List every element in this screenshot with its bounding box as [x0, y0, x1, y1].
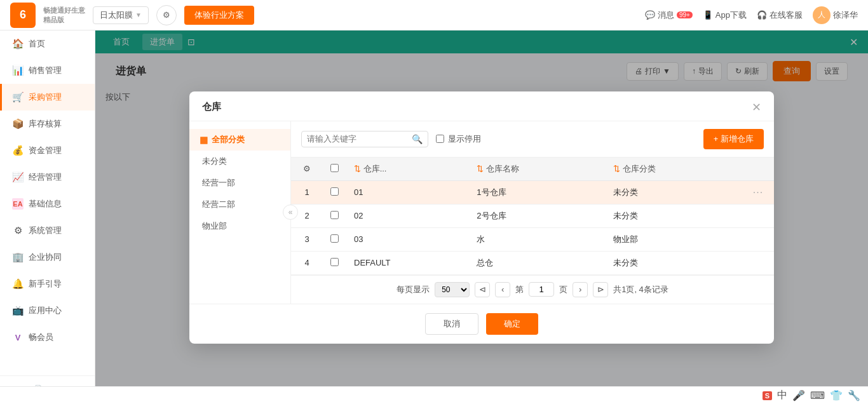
sidebar-item-purchase[interactable]: 🛒 采购管理 — [0, 84, 95, 111]
category-panel: ▦ 全部分类 未分类 经营一部 经营二部 物业部 — [189, 121, 291, 304]
table-head: ⚙ ⇅ 仓库... — [291, 158, 774, 181]
sidebar-item-operation[interactable]: 📈 经营管理 — [0, 164, 95, 191]
store-selector[interactable]: 日太阳膜 ▼ — [93, 6, 149, 24]
grid-icon: ▦ — [200, 135, 208, 145]
row-cat-3: 物业部 — [606, 227, 742, 251]
statusbar-zh[interactable]: 中 — [777, 389, 787, 402]
inventory-icon: 📦 — [12, 118, 24, 130]
table-body: 1 01 1号仓库 未分类 ··· 2 — [291, 180, 774, 274]
messages-button[interactable]: 💬 消息 99+ — [645, 10, 693, 21]
row-check-2 — [323, 204, 346, 227]
table-row[interactable]: 1 01 1号仓库 未分类 ··· — [291, 180, 774, 204]
confirm-button[interactable]: 确定 — [486, 313, 538, 335]
table-row[interactable]: 2 02 2号仓库 未分类 — [291, 204, 774, 227]
row-ops-1: ··· — [742, 180, 774, 204]
enterprise-icon: 🏢 — [12, 252, 24, 263]
purchase-icon: 🛒 — [12, 91, 24, 103]
row-check-4 — [323, 251, 346, 274]
topbar-right: 💬 消息 99+ 📱 App下载 🎧 在线客服 人 徐泽华 — [645, 6, 858, 24]
main-content: 首页 进货单 ⊡ ✕ 进货单 🖨 打印 ▼ ↑ 导出 — [95, 30, 868, 404]
statusbar-keyboard[interactable]: ⌨ — [810, 389, 825, 401]
trial-button[interactable]: 体验行业方案 — [184, 6, 254, 25]
show-disabled-label[interactable]: 显示停用 — [436, 133, 481, 145]
table-row[interactable]: 3 03 水 物业部 — [291, 227, 774, 251]
statusbar-shirt[interactable]: 👕 — [830, 389, 843, 401]
finance-icon: 💰 — [12, 145, 24, 156]
app-download-button[interactable]: 📱 App下载 — [703, 10, 747, 21]
user-profile[interactable]: 人 徐泽华 — [813, 6, 858, 24]
row-no-1: 1 — [291, 180, 323, 204]
row-name-4: 总仓 — [469, 251, 606, 274]
row-no-4: 4 — [291, 251, 323, 274]
message-badge: 99+ — [677, 11, 693, 18]
table-container: ⚙ ⇅ 仓库... — [291, 158, 774, 275]
sidebar-item-system[interactable]: ⚙ 系统管理 — [0, 217, 95, 244]
cancel-button[interactable]: 取消 — [425, 313, 478, 335]
sidebar: 🏠 首页 📊 销售管理 🛒 采购管理 📦 库存核算 💰 资金管理 📈 经营管理 … — [0, 30, 95, 404]
sidebar-item-home[interactable]: 🏠 首页 — [0, 30, 95, 57]
prev-page-button[interactable]: ‹ — [495, 282, 510, 297]
per-page-select[interactable]: 50 100 — [435, 282, 470, 297]
sidebar-item-guide[interactable]: 🔔 新手引导 — [0, 271, 95, 297]
settings-icon[interactable]: ⚙ — [156, 5, 177, 25]
sidebar-item-sales[interactable]: 📊 销售管理 — [0, 57, 95, 84]
search-icon: 🔍 — [412, 134, 423, 144]
per-page-label: 每页显示 — [397, 284, 430, 295]
first-page-button[interactable]: ⊲ — [475, 282, 490, 297]
mobile-icon: 📱 — [703, 10, 713, 20]
col-ops — [742, 158, 774, 181]
row-name-2: 2号仓库 — [469, 204, 606, 227]
pagination: 每页显示 50 100 ⊲ ‹ 第 页 › ⊳ 共 — [291, 275, 774, 304]
home-icon: 🏠 — [12, 38, 24, 50]
topbar: 6 畅捷通好生意 精品版 日太阳膜 ▼ ⚙ 体验行业方案 💬 消息 99+ 📱 … — [0, 0, 868, 30]
sidebar-item-basic[interactable]: EA 基础信息 — [0, 191, 95, 217]
row-code-3: 03 — [346, 227, 469, 251]
headset-icon: 🎧 — [757, 10, 767, 20]
modal-overlay: 仓库 ✕ ▦ 全部分类 未分类 经营 — [95, 30, 868, 404]
row-cat-4: 未分类 — [606, 251, 742, 274]
row-cat-1: 未分类 — [606, 180, 742, 204]
avatar: 人 — [813, 6, 831, 24]
search-input[interactable] — [307, 134, 409, 144]
next-page-button[interactable]: › — [573, 282, 588, 297]
col-name: ⇅ 仓库名称 — [469, 158, 606, 181]
sidebar-item-enterprise[interactable]: 🏢 企业协同 — [0, 244, 95, 271]
modal-body: ▦ 全部分类 未分类 经营一部 经营二部 物业部 — [189, 121, 774, 304]
category-item-property[interactable]: 物业部 — [189, 215, 290, 237]
row-check-1 — [323, 180, 346, 204]
statusbar: S 中 🎤 ⌨ 👕 🔧 — [0, 386, 868, 404]
add-warehouse-button[interactable]: + 新增仓库 — [703, 129, 764, 149]
statusbar-mic[interactable]: 🎤 — [792, 389, 805, 401]
system-icon: ⚙ — [12, 225, 24, 236]
page-input[interactable] — [529, 282, 554, 297]
s-logo: S — [763, 391, 772, 400]
sidebar-item-finance[interactable]: 💰 资金管理 — [0, 137, 95, 164]
sidebar-item-apps[interactable]: 📺 应用中心 — [0, 297, 95, 324]
category-all[interactable]: ▦ 全部分类 — [189, 129, 290, 151]
row-name-3: 水 — [469, 227, 606, 251]
page-unit: 页 — [559, 284, 567, 295]
sidebar-item-member[interactable]: V 畅会员 — [0, 324, 95, 351]
customer-service-button[interactable]: 🎧 在线客服 — [757, 10, 803, 21]
category-item-operations2[interactable]: 经营二部 — [189, 194, 290, 215]
table-panel: 🔍 显示停用 + 新增仓库 — [291, 121, 774, 304]
category-item-uncategorized[interactable]: 未分类 — [189, 151, 290, 172]
sort-cat-icon: ⇅ — [613, 164, 620, 173]
sidebar-item-inventory[interactable]: 📦 库存核算 — [0, 111, 95, 137]
show-disabled-checkbox[interactable] — [436, 135, 444, 143]
modal-footer: 取消 确定 — [189, 304, 774, 344]
statusbar-tool[interactable]: 🔧 — [848, 389, 860, 401]
last-page-button[interactable]: ⊳ — [593, 282, 608, 297]
col-settings-icon: ⚙ — [303, 164, 311, 173]
more-options-icon-1[interactable]: ··· — [753, 187, 763, 198]
collapse-panel-button[interactable]: « — [283, 205, 298, 220]
category-item-operations1[interactable]: 经营一部 — [189, 172, 290, 194]
modal-close-button[interactable]: ✕ — [752, 100, 761, 114]
sort-icon: ⇅ — [354, 164, 361, 173]
message-icon: 💬 — [645, 10, 655, 20]
table-row[interactable]: 4 DEFAULT 总仓 未分类 — [291, 251, 774, 274]
select-all-checkbox[interactable] — [330, 164, 339, 172]
warehouse-table: ⚙ ⇅ 仓库... — [291, 158, 774, 275]
store-dropdown-arrow: ▼ — [135, 11, 142, 18]
app-logo: 6 — [10, 3, 36, 28]
